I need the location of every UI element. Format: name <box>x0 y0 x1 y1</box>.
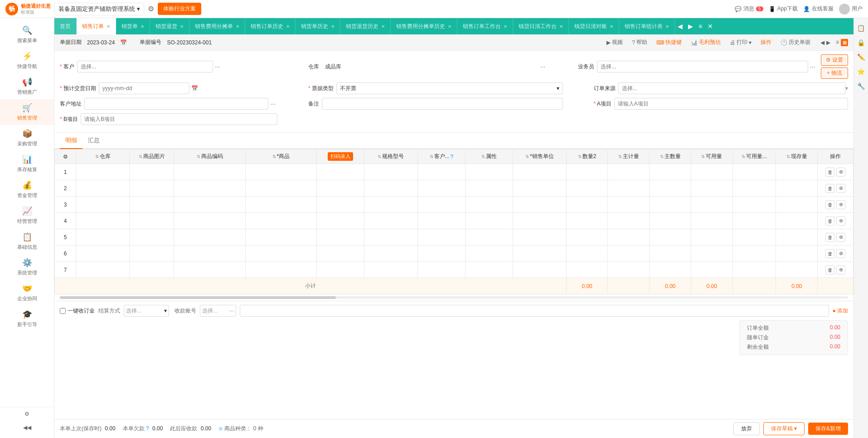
sidebar-item-finance[interactable]: 💰 资金管理 <box>0 177 54 202</box>
th-main-unit[interactable]: ⇅ 主计量 <box>608 149 650 164</box>
row-sales-unit[interactable] <box>513 164 566 180</box>
tab-detail[interactable]: 明细 <box>60 133 82 149</box>
tab-close-return-history[interactable]: ✕ <box>381 24 385 29</box>
tab-close-sales-return[interactable]: ✕ <box>141 24 144 29</box>
sidebar-item-corp[interactable]: 🤝 企业协同 <box>0 280 54 306</box>
row-delete-btn[interactable]: 🗑 <box>825 168 834 177</box>
user-item[interactable]: 用户 <box>839 4 863 14</box>
sidebar-item-basic[interactable]: 📋 基础信息 <box>0 228 54 254</box>
right-panel-btn-4[interactable]: ⭐ <box>855 65 868 78</box>
row-delete-btn[interactable]: 🗑 <box>825 217 834 226</box>
tab-summary[interactable]: 汇总 <box>82 133 105 149</box>
row-delete-btn[interactable]: 🗑 <box>825 184 834 193</box>
th-avail[interactable]: ⇅ 可用量 <box>691 149 733 164</box>
messages-item[interactable]: 💬 消息 5 <box>735 5 763 13</box>
tab-close-daily-clear[interactable]: ✕ <box>559 24 563 29</box>
tab-sales-return[interactable]: 销货单 ✕ <box>116 18 150 34</box>
row-main-qty[interactable] <box>650 164 691 180</box>
row-code[interactable] <box>174 164 245 180</box>
one-click-checkbox-input[interactable] <box>60 308 66 314</box>
right-panel-btn-3[interactable]: ✏️ <box>855 51 868 63</box>
grid-view-btn[interactable]: ≡ <box>836 39 839 46</box>
th-main-qty[interactable]: ⇅ 主数量 <box>650 149 691 164</box>
sidebar-item-guide[interactable]: 🎓 新手引导 <box>0 306 54 332</box>
abandon-button[interactable]: 放弃 <box>733 422 760 435</box>
row-avail[interactable] <box>691 164 733 180</box>
sidebar-settings-btn[interactable]: ⚙ <box>0 407 54 421</box>
th-avail2[interactable]: ⇅ 可用量... <box>732 149 776 164</box>
warehouse-more-btn[interactable]: ··· <box>538 63 548 70</box>
a-project-input[interactable] <box>614 98 848 110</box>
tab-return-history[interactable]: 销货退货历史 ✕ <box>340 18 391 34</box>
settlement-select[interactable]: 选择... ▾ <box>124 305 169 317</box>
tab-return-goods[interactable]: 销货退货 ✕ <box>150 18 189 34</box>
row-copy-btn[interactable]: ⊕ <box>836 265 845 274</box>
invoice-type-select[interactable]: 不开票 ▾ <box>336 82 563 94</box>
help-btn[interactable]: ? 帮助 <box>629 37 650 48</box>
customer-more-btn[interactable]: ··· <box>213 63 222 70</box>
right-panel-btn-2[interactable]: 🔒 <box>855 36 868 49</box>
th-qty2[interactable]: ⇅ 数量2 <box>566 149 608 164</box>
sidebar-item-search[interactable]: 🔍 搜索菜单 <box>0 22 54 48</box>
tab-close-sales-stats[interactable]: ✕ <box>665 24 669 29</box>
memo-input[interactable] <box>322 98 563 110</box>
row-delete-btn[interactable]: 🗑 <box>825 200 834 209</box>
row-copy-btn[interactable]: ⊕ <box>836 249 845 258</box>
row-avail2[interactable] <box>732 164 776 180</box>
tab-order-history[interactable]: 销售订单历史 ✕ <box>245 18 296 34</box>
app-download-item[interactable]: 📱 App下载 <box>769 5 798 13</box>
profit-btn[interactable]: 📊 毛利预估 <box>688 37 723 48</box>
row-copy-btn[interactable]: ⊕ <box>836 217 845 226</box>
sidebar-collapse-btn[interactable]: ◀◀ <box>0 421 54 434</box>
right-panel-btn-5[interactable]: 🔧 <box>855 80 868 92</box>
row-warehouse[interactable] <box>76 164 130 180</box>
tab-close-all-btn[interactable]: ✕ <box>705 18 716 34</box>
horizontal-scrollbar[interactable] <box>60 296 848 299</box>
tab-expense-split[interactable]: 销售费用分摊单 ✕ <box>189 18 245 34</box>
one-click-checkbox[interactable]: 一键收订金 <box>60 307 95 315</box>
th-warehouse[interactable]: ⇅ 仓库 <box>76 149 130 164</box>
delivery-date-input[interactable] <box>99 82 189 94</box>
th-customer-code[interactable]: ⇅ 客户... ? <box>417 149 465 164</box>
salesperson-more-btn[interactable]: ··· <box>808 63 817 70</box>
print-btn[interactable]: 🖨 打印 ▾ <box>727 37 754 48</box>
row-delete-btn[interactable]: 🗑 <box>825 265 834 274</box>
customer-input[interactable] <box>77 61 213 72</box>
right-panel-btn-1[interactable]: 📋 <box>855 22 868 34</box>
scrollbar-thumb[interactable] <box>60 296 336 299</box>
tab-close-sales-order[interactable]: ✕ <box>107 24 110 29</box>
row-copy-btn[interactable]: ⊕ <box>836 184 845 193</box>
system-name[interactable]: 装备及固定资产辅助管理系统 ▾ <box>54 3 144 15</box>
save-new-button[interactable]: 保存&新增 <box>808 423 848 435</box>
row-delete-btn[interactable]: 🗑 <box>825 233 834 242</box>
payment-amount-input[interactable]: 0.00 <box>240 305 829 317</box>
operate-btn[interactable]: 操作 <box>758 37 774 48</box>
th-product[interactable]: ⇅ *商品 <box>245 149 316 164</box>
th-sales-unit[interactable]: ⇅ *销售单位 <box>513 149 566 164</box>
tab-sales-stats[interactable]: 销售订单统计表 ✕ <box>619 18 675 34</box>
tab-home[interactable]: 首页 <box>54 18 77 34</box>
sidebar-item-quicknav[interactable]: ⚡ 快捷导航 <box>0 48 54 73</box>
sidebar-item-purchase[interactable]: 📦 采购管理 <box>0 125 54 151</box>
add-material-btn[interactable]: + 物流 <box>821 67 848 79</box>
b-project-input[interactable] <box>81 113 277 125</box>
settings-btn[interactable]: ⚙ 设置 <box>821 54 848 66</box>
tab-close-expense-split[interactable]: ✕ <box>236 24 239 29</box>
th-stock[interactable]: ⇅ 现存量 <box>776 149 818 164</box>
row-copy-btn[interactable]: ⊕ <box>836 168 845 177</box>
row-spec[interactable] <box>364 164 417 180</box>
tab-daily-clear[interactable]: 钱贷日清工作台 ✕ <box>513 18 569 34</box>
row-copy-btn[interactable]: ⊕ <box>836 233 845 242</box>
tab-close-order-workbench[interactable]: ✕ <box>504 24 507 29</box>
tab-sales-order[interactable]: 销售订单 ✕ <box>77 18 116 34</box>
th-image[interactable]: ⇅ 商品图片 <box>130 149 174 164</box>
view-video-btn[interactable]: ▶ 视频 <box>604 37 626 48</box>
tab-close-order-history[interactable]: ✕ <box>286 24 290 29</box>
calendar2-icon[interactable]: 📅 <box>191 85 198 91</box>
tab-next-btn[interactable]: ▶ <box>685 18 696 34</box>
scan-btn[interactable]: 扫码录入 <box>328 152 353 161</box>
tab-prev-btn[interactable]: ◀ <box>675 18 685 34</box>
th-settings[interactable]: ⚙ <box>55 149 76 164</box>
prev-record-btn[interactable]: ◀ <box>820 39 824 46</box>
th-code[interactable]: ⇅ 商品编码 <box>174 149 245 164</box>
